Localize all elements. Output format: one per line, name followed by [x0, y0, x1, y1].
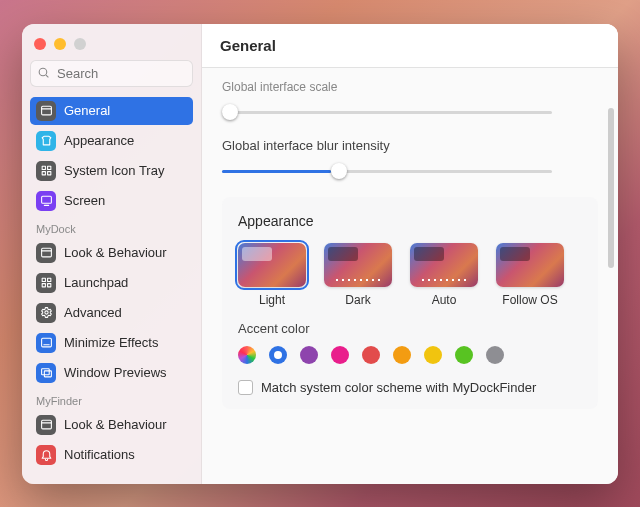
svg-rect-2	[41, 106, 51, 115]
sidebar-item-advanced[interactable]: Advanced	[30, 299, 193, 327]
sidebar-item-label: Advanced	[64, 305, 122, 320]
svg-rect-20	[44, 371, 51, 377]
accent-pink[interactable]	[331, 346, 349, 364]
match-system-row[interactable]: Match system color scheme with MyDockFin…	[238, 380, 582, 395]
theme-option-light[interactable]: Light	[238, 243, 306, 307]
accent-red[interactable]	[362, 346, 380, 364]
sidebar-item-label: System Icon Tray	[64, 163, 164, 178]
svg-rect-14	[42, 284, 45, 287]
main-panel: General Global interface scale Global in…	[202, 24, 618, 484]
sidebar-item-general[interactable]: General	[30, 97, 193, 125]
sidebar-item-system-tray[interactable]: System Icon Tray	[30, 157, 193, 185]
svg-rect-13	[47, 278, 50, 281]
sidebar-item-look-behaviour[interactable]: Look & Behaviour	[30, 239, 193, 267]
accent-color-row	[238, 346, 582, 364]
sidebar-item-launchpad[interactable]: Launchpad	[30, 269, 193, 297]
sidebar-item-notifications[interactable]: Notifications	[30, 441, 193, 469]
sidebar-item-previews[interactable]: Window Previews	[30, 359, 193, 387]
theme-thumb-dark	[324, 243, 392, 287]
search-icon	[37, 66, 50, 79]
settings-window: GeneralAppearanceSystem Icon TrayScreenM…	[22, 24, 618, 484]
svg-rect-4	[42, 166, 45, 169]
sidebar-item-label: Appearance	[64, 133, 134, 148]
svg-rect-12	[42, 278, 45, 281]
theme-label: Follow OS	[502, 293, 557, 307]
gear-icon	[36, 303, 56, 323]
sidebar-item-label: Screen	[64, 193, 105, 208]
svg-rect-15	[47, 284, 50, 287]
accent-yellow[interactable]	[424, 346, 442, 364]
window-icon	[36, 243, 56, 263]
scrollbar[interactable]	[608, 108, 614, 268]
accent-purple[interactable]	[300, 346, 318, 364]
theme-label: Dark	[345, 293, 370, 307]
sidebar: GeneralAppearanceSystem Icon TrayScreenM…	[22, 24, 202, 484]
theme-option-auto[interactable]: Auto	[410, 243, 478, 307]
accent-orange[interactable]	[393, 346, 411, 364]
sidebar-item-label: Look & Behaviour	[64, 245, 167, 260]
scale-slider[interactable]	[222, 104, 552, 120]
appearance-title: Appearance	[238, 213, 582, 229]
theme-label: Auto	[432, 293, 457, 307]
svg-rect-21	[41, 420, 51, 429]
search-field[interactable]	[30, 60, 193, 87]
sidebar-item-label: Look & Behaviour	[64, 417, 167, 432]
sidebar-section-myfinder: MyFinder	[30, 389, 193, 411]
theme-thumb-auto	[410, 243, 478, 287]
accent-multi[interactable]	[238, 346, 256, 364]
accent-color-label: Accent color	[238, 321, 582, 336]
sidebar-item-look-behaviour2[interactable]: Look & Behaviour	[30, 411, 193, 439]
match-system-checkbox[interactable]	[238, 380, 253, 395]
theme-thumb-followos	[496, 243, 564, 287]
shirt-icon	[36, 131, 56, 151]
svg-line-1	[46, 75, 48, 77]
sidebar-item-label: Minimize Effects	[64, 335, 158, 350]
minimize-window-button[interactable]	[54, 38, 66, 50]
theme-option-followos[interactable]: Follow OS	[496, 243, 564, 307]
page-title-bar: General	[202, 24, 618, 68]
blur-slider[interactable]	[222, 163, 552, 179]
match-system-label: Match system color scheme with MyDockFin…	[261, 380, 536, 395]
svg-rect-7	[47, 172, 50, 175]
blur-label: Global interface blur intensity	[222, 138, 598, 153]
svg-rect-10	[41, 248, 51, 257]
theme-options: LightDarkAutoFollow OS	[238, 243, 582, 307]
previews-icon	[36, 363, 56, 383]
grid-icon	[36, 161, 56, 181]
minimize-icon	[36, 333, 56, 353]
sidebar-item-label: Window Previews	[64, 365, 167, 380]
search-input[interactable]	[30, 60, 193, 87]
blur-slider-thumb[interactable]	[331, 163, 347, 179]
page-title: General	[220, 37, 276, 54]
sidebar-item-screen[interactable]: Screen	[30, 187, 193, 215]
window-icon	[36, 101, 56, 121]
sidebar-item-label: Launchpad	[64, 275, 128, 290]
window-icon	[36, 415, 56, 435]
accent-green[interactable]	[455, 346, 473, 364]
accent-blue[interactable]	[269, 346, 287, 364]
bell-icon	[36, 445, 56, 465]
theme-thumb-light	[238, 243, 306, 287]
svg-rect-8	[41, 196, 51, 203]
svg-rect-17	[41, 338, 51, 347]
theme-label: Light	[259, 293, 285, 307]
scale-label: Global interface scale	[222, 80, 598, 94]
svg-point-16	[44, 311, 47, 314]
svg-point-0	[39, 68, 47, 76]
zoom-window-button[interactable]	[74, 38, 86, 50]
svg-rect-19	[41, 369, 49, 375]
close-window-button[interactable]	[34, 38, 46, 50]
content-area: Global interface scale Global interface …	[202, 68, 618, 484]
sidebar-item-label: Notifications	[64, 447, 135, 462]
grid-icon	[36, 273, 56, 293]
sidebar-item-label: General	[64, 103, 110, 118]
theme-option-dark[interactable]: Dark	[324, 243, 392, 307]
screen-icon	[36, 191, 56, 211]
sidebar-item-minimize[interactable]: Minimize Effects	[30, 329, 193, 357]
sidebar-item-appearance[interactable]: Appearance	[30, 127, 193, 155]
accent-gray[interactable]	[486, 346, 504, 364]
window-controls	[30, 34, 193, 60]
scale-slider-thumb[interactable]	[222, 104, 238, 120]
svg-rect-6	[42, 172, 45, 175]
sidebar-section-mydock: MyDock	[30, 217, 193, 239]
